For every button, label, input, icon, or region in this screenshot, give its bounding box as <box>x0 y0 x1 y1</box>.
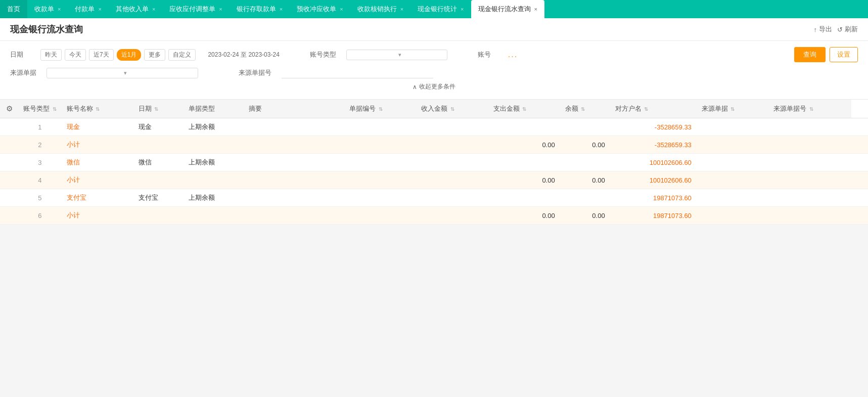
date-btn-7days[interactable]: 近7天 <box>89 49 114 61</box>
table-header: ⚙ 账号类型 ⇅ 账号名称 ⇅ 日期 ⇅ 单据类型 摘要 单据编号 ⇅ 收入金额… <box>0 100 868 118</box>
col-account-type[interactable]: 账号类型 ⇅ <box>18 100 62 118</box>
table-cell <box>697 118 768 136</box>
table-cell: 现金 <box>133 118 184 136</box>
table-cell: 0.00 <box>560 136 610 154</box>
table-cell <box>344 136 416 154</box>
nav-item-receipt-verify[interactable]: 收款核销执行 × <box>350 0 410 18</box>
date-btn-1month[interactable]: 近1月 <box>117 49 142 61</box>
filter-area: 日期 昨天 今天 近7天 近1月 更多 自定义 2023-02-24 至 202… <box>0 41 868 100</box>
nav-item-receipt[interactable]: 收款单 × <box>27 0 68 18</box>
table-cell: 1 <box>18 118 62 136</box>
nav-close-cash-bank-flow[interactable]: × <box>534 0 537 18</box>
table-cell: 100102606.60 <box>610 171 697 189</box>
table-cell <box>416 189 488 207</box>
table-cell <box>697 136 768 154</box>
export-button[interactable]: ↑ 导出 <box>814 25 833 34</box>
table-settings-col[interactable]: ⚙ <box>0 100 18 118</box>
date-btn-custom[interactable]: 自定义 <box>168 49 196 61</box>
nav-item-bank-deposit[interactable]: 银行存取款单 × <box>230 0 290 18</box>
col-source-doc-no[interactable]: 来源单据号 ⇅ <box>768 100 851 118</box>
table-cell: 上期余额 <box>184 189 244 207</box>
nav-close-bank-deposit[interactable]: × <box>280 0 283 18</box>
gear-icon: ⚙ <box>6 104 13 113</box>
nav-close-prepay-offset[interactable]: × <box>340 0 343 18</box>
table-cell: 19871073.60 <box>610 207 697 225</box>
table-cell <box>244 189 344 207</box>
table-cell-settings <box>0 207 18 225</box>
table-cell: 小计 <box>62 136 133 154</box>
nav-item-prepay-offset[interactable]: 预收冲应收单 × <box>290 0 350 18</box>
table-cell: 小计 <box>62 207 133 225</box>
table-cell <box>851 118 868 136</box>
header-actions: ↑ 导出 ↺ 刷新 <box>814 25 858 34</box>
refresh-icon: ↺ <box>837 26 843 33</box>
table-cell <box>851 154 868 171</box>
table-cell <box>344 171 416 189</box>
nav-item-other-income[interactable]: 其他收入单 × <box>109 0 162 18</box>
table-cell-settings <box>0 171 18 189</box>
table-row: 4小计0.000.00100102606.60 <box>0 171 868 189</box>
date-label: 日期 <box>10 50 30 59</box>
nav-item-cash-bank-stat[interactable]: 现金银行统计 × <box>410 0 471 18</box>
export-icon: ↑ <box>814 26 817 33</box>
nav-close-payment[interactable]: × <box>98 0 101 18</box>
table-cell <box>344 207 416 225</box>
table-row: 5支付宝支付宝上期余额19871073.60 <box>0 189 868 207</box>
dots-button[interactable]: ... <box>508 50 518 59</box>
table-cell-settings <box>0 154 18 171</box>
settings-button[interactable]: 设置 <box>830 47 858 62</box>
nav-item-home[interactable]: 首页 <box>0 0 27 18</box>
table-cell: 上期余额 <box>184 118 244 136</box>
date-btn-yesterday[interactable]: 昨天 <box>40 49 62 61</box>
col-doc-no[interactable]: 单据编号 ⇅ <box>344 100 416 118</box>
table-cell <box>697 207 768 225</box>
table-cell <box>416 118 488 136</box>
refresh-button[interactable]: ↺ 刷新 <box>837 25 858 34</box>
table-cell: 5 <box>18 189 62 207</box>
top-nav: 首页 收款单 × 付款单 × 其他收入单 × 应收应付调整单 × 银行存取款单 … <box>0 0 868 18</box>
table-cell: 19871073.60 <box>610 189 697 207</box>
table-cell: 3 <box>18 154 62 171</box>
date-btn-more[interactable]: 更多 <box>144 49 165 61</box>
col-account-name[interactable]: 账号名称 ⇅ <box>62 100 133 118</box>
nav-close-other-income[interactable]: × <box>152 0 155 18</box>
source-doc-select[interactable]: ▾ <box>47 68 198 78</box>
table-cell <box>244 154 344 171</box>
query-button[interactable]: 查询 <box>794 47 826 62</box>
account-type-select[interactable]: ▾ <box>346 50 447 60</box>
table-cell: 小计 <box>62 171 133 189</box>
nav-close-cash-bank-stat[interactable]: × <box>461 0 464 18</box>
table-cell-settings <box>0 189 18 207</box>
table-cell: 上期余额 <box>184 154 244 171</box>
table-cell: 0.00 <box>488 171 560 189</box>
nav-item-ar-ap-adjust[interactable]: 应收应付调整单 × <box>162 0 229 18</box>
table-cell: 4 <box>18 171 62 189</box>
col-date[interactable]: 日期 ⇅ <box>133 100 184 118</box>
table-cell: 支付宝 <box>133 189 184 207</box>
col-source-doc[interactable]: 来源单据 ⇅ <box>697 100 768 118</box>
collapse-bar[interactable]: ∧ 收起更多条件 <box>10 80 858 93</box>
nav-item-payment[interactable]: 付款单 × <box>68 0 108 18</box>
table-cell <box>768 118 851 136</box>
nav-close-receipt[interactable]: × <box>58 0 61 18</box>
col-counterpart[interactable]: 对方户名 ⇅ <box>610 100 697 118</box>
date-btn-today[interactable]: 今天 <box>65 49 86 61</box>
nav-item-cash-bank-flow[interactable]: 现金银行流水查询 × <box>471 0 544 18</box>
table-cell: 0.00 <box>560 171 610 189</box>
table-row: 1现金现金上期余额-3528659.33 <box>0 118 868 136</box>
table-cell: 0.00 <box>488 207 560 225</box>
filter-row-date: 日期 昨天 今天 近7天 近1月 更多 自定义 2023-02-24 至 202… <box>10 47 858 62</box>
table-cell <box>416 136 488 154</box>
table-cell <box>560 154 610 171</box>
nav-close-receipt-verify[interactable]: × <box>400 0 403 18</box>
source-doc-no-input[interactable] <box>282 67 433 78</box>
col-summary[interactable]: 摘要 <box>244 100 344 118</box>
table-cell <box>768 189 851 207</box>
table-cell <box>851 207 868 225</box>
nav-close-ar-ap-adjust[interactable]: × <box>219 0 222 18</box>
col-balance[interactable]: 余额 ⇅ <box>560 100 610 118</box>
table-cell: 0.00 <box>488 136 560 154</box>
col-doc-type[interactable]: 单据类型 <box>184 100 244 118</box>
col-income[interactable]: 收入金额 ⇅ <box>416 100 488 118</box>
col-expense[interactable]: 支出金额 ⇅ <box>488 100 560 118</box>
